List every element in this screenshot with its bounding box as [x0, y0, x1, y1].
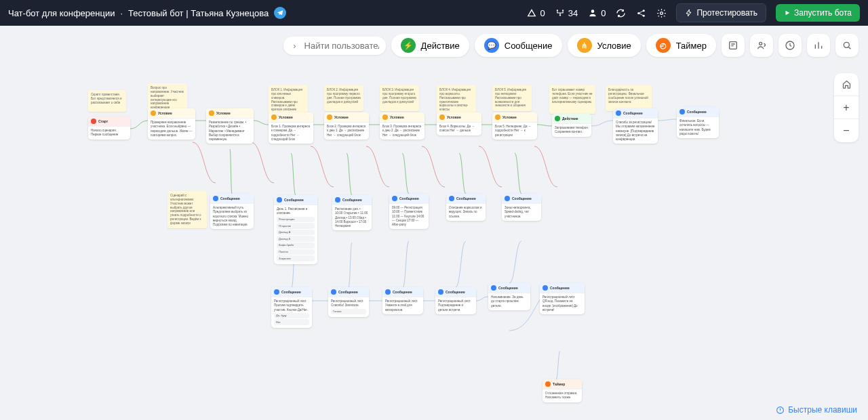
- flow-icon: [555, 7, 566, 18]
- nodes-stat[interactable]: 34: [555, 7, 578, 18]
- flow-node[interactable]: СообщениеЗоны нетворкинга, Speed-dating,…: [502, 194, 541, 221]
- gear-icon[interactable]: [656, 7, 667, 18]
- flow-node[interactable]: УсловиеБлок 1. Проверка интереса к спике…: [269, 112, 313, 144]
- user-icon: [587, 7, 598, 18]
- flow-node[interactable]: СообщениеРасписание дня. • 10:00 Открыти…: [332, 195, 372, 230]
- shortcuts-link[interactable]: Быстрые клавиши: [776, 405, 857, 415]
- flow-node[interactable]: СообщениеНапоминание. За день до старта …: [488, 283, 530, 310]
- sticky-note[interactable]: БЛОК 4. Информация про воркшопы. Рассказ…: [437, 85, 476, 114]
- flow-node[interactable]: ДействиеЗапрашиваем телефон. Сохраняем к…: [552, 114, 591, 137]
- flow-node[interactable]: УсловиеПроверяем направление участника. …: [148, 108, 195, 140]
- flow-node[interactable]: СообщениеФинальное. Если остались вопрос…: [677, 107, 719, 138]
- sticky-note[interactable]: Благодарность за регистрацию. Финальное …: [606, 85, 652, 111]
- sticky-note[interactable]: БЛОК 3. Информация про программу второго…: [380, 85, 419, 111]
- svg-point-5: [643, 9, 645, 12]
- project-name: Чат-бот для конференции: [8, 8, 115, 18]
- svg-point-3: [591, 9, 595, 13]
- flow-node[interactable]: УсловиеБлок 3. Проверка интереса к дню 2…: [380, 112, 425, 140]
- flow-node[interactable]: СообщениеОписание воркшопов и ведущих. З…: [446, 194, 486, 221]
- flow-node[interactable]: УсловиеБлок 2. Проверка интереса к дню 1…: [324, 112, 369, 140]
- app-header: Чат-бот для конференции · Тестовый бот |…: [0, 0, 868, 26]
- telegram-icon: [274, 7, 286, 19]
- flow-node[interactable]: СообщениеРегистрационный лист. Подтвержд…: [435, 287, 476, 314]
- flow-node[interactable]: УсловиеБлок 5. Нетворкинг. Да → подробно…: [492, 112, 537, 140]
- flow-node[interactable]: СтартНачало сценария. Первое сообщение: [88, 117, 130, 140]
- test-button[interactable]: Протестировать: [676, 3, 766, 22]
- flow-node[interactable]: СообщениеРегистрационный лист. Укажите e…: [382, 287, 423, 314]
- bot-name: Тестовый бот | Татьяна Кузнецова: [128, 8, 269, 18]
- flow-node[interactable]: ТаймерОтложенная отправка. Напомнить поз…: [542, 379, 582, 402]
- sticky-note[interactable]: БЛОК 5. Информация про нетворкинг. Расск…: [492, 85, 532, 111]
- share-icon[interactable]: [635, 7, 646, 18]
- flow-node[interactable]: УсловиеБлок 4. Воркшопы. Да → список Нет…: [437, 112, 481, 135]
- svg-point-2: [559, 14, 561, 16]
- flow-node[interactable]: СообщениеРегистрационный лист. QR-код. П…: [540, 283, 585, 314]
- warnings-stat[interactable]: 0: [526, 7, 545, 18]
- flow-node[interactable]: СообщениеСпасибо за регистрацию! Мы отпр…: [613, 108, 658, 144]
- sticky-note[interactable]: Скрипт приветствия. Бот представляется и…: [88, 90, 126, 112]
- svg-point-7: [660, 12, 663, 14]
- flow-node[interactable]: СообщениеДень 1. Расписание и описание.Р…: [274, 195, 317, 264]
- sticky-note[interactable]: Бот спрашивает номер телефона. Если учас…: [549, 85, 595, 114]
- warning-icon: [526, 7, 537, 18]
- flow-node[interactable]: СообщениеАльтернативный путь. Предлагаем…: [210, 194, 254, 229]
- svg-point-6: [643, 14, 645, 16]
- flow-node[interactable]: СообщениеРегистрационный лист. Спасибо! …: [328, 287, 369, 317]
- flow-node[interactable]: УсловиеРазветвление по трекам. • Разрабо…: [206, 108, 254, 144]
- flow-node[interactable]: СообщениеРегистрационный лист. Просим по…: [271, 287, 312, 328]
- svg-point-0: [556, 9, 557, 11]
- sticky-note[interactable]: Сценарий с альтернативами. Участник може…: [167, 191, 207, 228]
- sticky-note[interactable]: БЛОК 2. Информация про программу первого…: [324, 85, 363, 111]
- sticky-note[interactable]: БЛОК 1. Информация про ключевых спикеров…: [269, 85, 308, 114]
- svg-point-1: [562, 9, 564, 11]
- flow-node[interactable]: Сообщение09:00 — Регистрация 10:00 — При…: [389, 194, 429, 229]
- flow-canvas[interactable]: Скрипт приветствия. Бот представляется и…: [0, 26, 868, 420]
- run-button[interactable]: Запустить бота: [776, 4, 860, 22]
- users-stat[interactable]: 0: [587, 7, 606, 18]
- svg-point-4: [637, 12, 639, 14]
- separator: ·: [120, 8, 123, 18]
- sync-icon[interactable]: [615, 7, 626, 18]
